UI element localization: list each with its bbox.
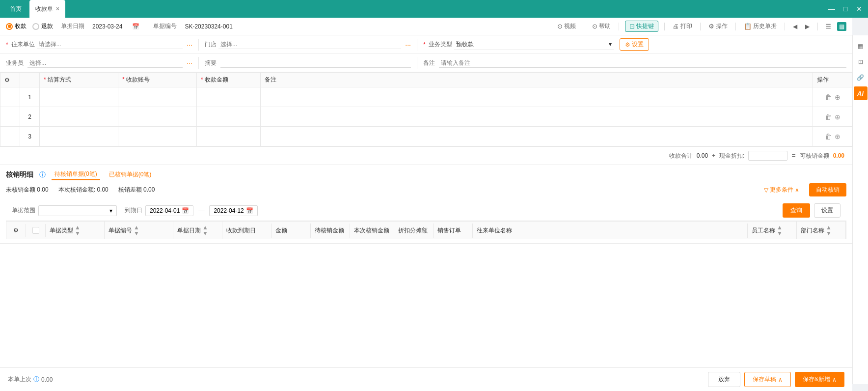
right-tool-attach[interactable]: 🔗	[854, 71, 868, 84]
more-conditions-btn[interactable]: ▽ 更多条件 ∧	[764, 186, 799, 194]
from-unit-input[interactable]	[37, 40, 183, 49]
right-tool-inbox[interactable]: ⊡	[854, 55, 868, 69]
tab-active[interactable]: 收款单 ×	[29, 0, 65, 18]
row1-delete-icon[interactable]: 🗑	[825, 93, 832, 101]
date-sort[interactable]: ▲▼	[202, 224, 208, 236]
tab-home-label: 首页	[10, 5, 22, 13]
video-btn[interactable]: ⊙ 视频	[555, 21, 578, 31]
row1-remark[interactable]	[261, 87, 813, 107]
shortcut-label: 快捷键	[636, 22, 654, 30]
row2-amount[interactable]	[197, 107, 261, 127]
list-view-btn[interactable]: ☰	[824, 22, 833, 31]
biz-type-chevron: ▾	[609, 41, 612, 48]
close-button[interactable]: ✕	[854, 5, 864, 13]
shortcut-btn[interactable]: ⊡ 快捷键	[625, 21, 658, 32]
summary-label: 摘要	[205, 59, 217, 67]
tab-close-icon[interactable]: ×	[56, 5, 59, 12]
employee-sort[interactable]: ▲▼	[777, 224, 783, 236]
date-from-input[interactable]: 2022-04-01 📅	[145, 205, 193, 216]
range-select[interactable]: ▾	[38, 205, 117, 216]
form-row-2: 业务员 ··· 摘要 备注	[0, 54, 852, 72]
store-input[interactable]	[218, 40, 401, 49]
row2-copy-icon[interactable]: ⊕	[835, 113, 841, 121]
grid-view-btn[interactable]: ▦	[837, 22, 846, 31]
query-button[interactable]: 查询	[783, 203, 810, 218]
from-unit-more-icon[interactable]: ···	[187, 41, 192, 49]
tab-home[interactable]: 首页	[4, 0, 27, 18]
type-sort[interactable]: ▲▼	[75, 224, 81, 236]
biz-type-value: 预收款	[456, 40, 474, 49]
done-tab[interactable]: 已核销单据(0笔)	[106, 169, 155, 180]
biz-required-star: *	[423, 41, 426, 48]
row2-account[interactable]	[118, 107, 197, 127]
sum-row: 收款合计 0.00 + 现金折扣: = 可核销金额 0.00	[0, 147, 852, 165]
radio-refund[interactable]: 退款	[32, 22, 53, 30]
col-remark-header: 备注	[261, 73, 813, 87]
auto-verify-button[interactable]: 自动核销	[809, 183, 846, 196]
row2-num: 2	[20, 107, 40, 127]
nav-next-btn[interactable]: ▶	[803, 22, 812, 31]
vtcol-settings[interactable]: ⚙	[6, 224, 26, 237]
settings-button[interactable]: ⚙ 设置	[620, 38, 649, 51]
check-all-checkbox[interactable]	[32, 227, 39, 234]
video-icon: ⊙	[557, 23, 563, 30]
draft-chevron-icon: ∧	[778, 376, 783, 383]
radio-receive[interactable]: 收款	[6, 22, 27, 30]
row1-account[interactable]	[118, 87, 197, 107]
row3-remark[interactable]	[261, 127, 813, 146]
row2-remark[interactable]	[261, 107, 813, 127]
row3-delete-icon[interactable]: 🗑	[825, 133, 832, 140]
row2-delete-icon[interactable]: 🗑	[825, 113, 832, 121]
row2-action: 🗑 ⊕	[813, 107, 852, 127]
bottom-label: 本单上次	[8, 375, 31, 384]
history-label: 历史单据	[753, 22, 777, 30]
date-to-value: 2022-04-12	[214, 207, 244, 214]
bottom-bar: 本单上次 ⓘ 0.00 放弃 保存草稿 ∧ 保存&新增 ∧	[0, 367, 852, 391]
biz-type-select[interactable]: 预收款 ▾	[454, 39, 614, 50]
row1-amount[interactable]	[197, 87, 261, 107]
row1-copy-icon[interactable]: ⊕	[835, 93, 841, 101]
summary-input[interactable]	[220, 58, 411, 68]
row1-method[interactable]	[40, 87, 118, 107]
help-btn[interactable]: ⊙ 帮助	[590, 21, 613, 31]
vtcol-num: 单据编号 ▲▼	[105, 222, 173, 239]
required-star: *	[6, 41, 8, 48]
verify-info-icon[interactable]: ⓘ	[39, 170, 46, 179]
minimize-button[interactable]: —	[827, 5, 837, 13]
row3-amount[interactable]	[197, 127, 261, 146]
right-tool-table[interactable]: ▦	[854, 39, 868, 53]
maximize-button[interactable]: □	[841, 5, 850, 13]
num-sort[interactable]: ▲▼	[134, 224, 139, 236]
save-draft-button[interactable]: 保存草稿 ∧	[744, 372, 791, 387]
row3-method[interactable]	[40, 127, 118, 146]
date-to-input[interactable]: 2022-04-12 📅	[209, 205, 257, 216]
col-settings-header[interactable]: ⚙	[0, 73, 20, 87]
history-btn[interactable]: 📋 历史单据	[742, 21, 779, 31]
save-new-button[interactable]: 保存&新增 ∧	[795, 372, 844, 387]
nav-prev-btn[interactable]: ◀	[791, 22, 799, 31]
discount-input[interactable]	[748, 151, 787, 161]
settings-label: 设置	[632, 40, 644, 49]
operate-btn[interactable]: ⚙ 操作	[706, 21, 730, 31]
row3-copy-icon[interactable]: ⊕	[835, 133, 841, 140]
pending-tab[interactable]: 待核销单据(0笔)	[52, 169, 100, 180]
bottom-info-icon[interactable]: ⓘ	[33, 375, 39, 384]
right-tool-ai[interactable]: Ai	[854, 86, 868, 100]
remark-input[interactable]	[439, 58, 846, 68]
row3-account[interactable]	[118, 127, 197, 146]
abandon-button[interactable]: 放弃	[708, 372, 740, 387]
right-tools-panel: ▦ ⊡ 🔗 Ai	[852, 35, 868, 384]
print-btn[interactable]: 🖨 打印	[671, 21, 694, 31]
due-label: 到期日	[125, 206, 142, 215]
store-more-icon[interactable]: ···	[405, 41, 411, 49]
staff-input[interactable]	[27, 58, 183, 68]
date-label: 单据日期	[61, 22, 84, 30]
vtcol-check[interactable]	[26, 224, 46, 237]
date-picker-icon[interactable]: 📅	[132, 23, 139, 30]
row3-settings	[0, 127, 20, 146]
setup-button[interactable]: 设置	[814, 203, 841, 218]
dept-sort[interactable]: ▲▼	[826, 224, 832, 236]
staff-more-icon[interactable]: ···	[187, 59, 192, 67]
video-label: 视频	[564, 22, 576, 30]
row2-method[interactable]	[40, 107, 118, 127]
